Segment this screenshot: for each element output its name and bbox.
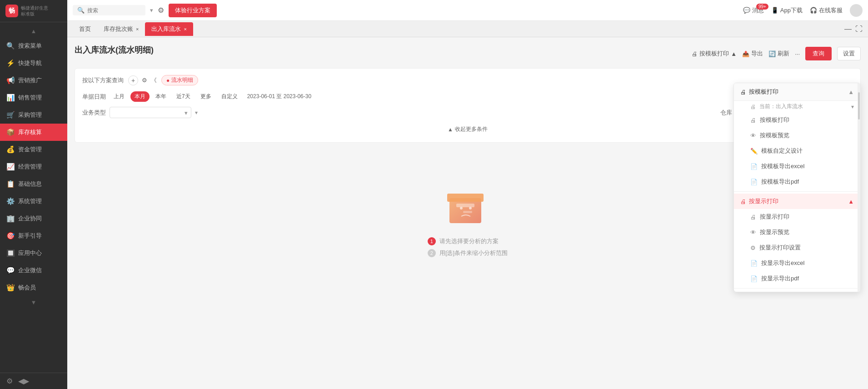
sidebar-item-enterprise[interactable]: 🏢 企业协同 (0, 210, 67, 227)
print-template-btn[interactable]: 🖨 按模板打印 ▲ (692, 50, 737, 58)
main-content: 🔍 ▾ ⚙ 体验行业方案 💬 消息 99+ 📱 App下载 🎧 在线客服 (67, 0, 868, 389)
dropdown-item-template-excel[interactable]: 📄 按模板导出excel (734, 159, 860, 174)
date-label: 单据日期 (82, 93, 106, 101)
collapse-label: 收起更多条件 (455, 125, 488, 133)
step-2-num: 2 (428, 249, 436, 257)
dropdown-section3-header[interactable]: ⚙ 设置默认功能 ▾ (734, 290, 860, 292)
topbar-search-icon: 🔍 (77, 7, 85, 14)
dropdown-item-template-design[interactable]: ✏️ 模板自定义设计 (734, 143, 860, 159)
tab-flow-detail[interactable]: 出入库流水 × (145, 22, 193, 36)
sidebar-item-quick-nav[interactable]: ⚡ 快捷导航 (0, 55, 67, 72)
date-btn-this-year[interactable]: 本年 (151, 91, 170, 102)
sidebar-item-finance[interactable]: 💰 资金管理 (0, 141, 67, 158)
sidebar-scroll-down[interactable]: ▼ (0, 296, 67, 309)
dropdown-print-icon: 🖨 (740, 89, 746, 95)
dropdown-section2-header[interactable]: 🖨 按显示打印 ▲ (734, 194, 860, 209)
refresh-btn[interactable]: 🔄 刷新 (768, 50, 789, 58)
query-btn[interactable]: 查询 (805, 47, 832, 60)
enterprise-icon: 🏢 (6, 214, 15, 223)
dropdown-item-display-settings[interactable]: ⚙ 按显示打印设置 (734, 240, 860, 255)
user-avatar[interactable] (850, 4, 863, 17)
sidebar-item-marketing[interactable]: 📢 营销推广 (0, 72, 67, 89)
industry-btn[interactable]: 体验行业方案 (169, 4, 217, 17)
svg-point-5 (469, 207, 472, 209)
online-service-btn[interactable]: 🎧 在线客服 (810, 6, 843, 15)
sidebar-item-search-menu[interactable]: 🔍 搜索菜单 (0, 37, 67, 55)
template-pdf-label: 按模板导出pdf (761, 178, 799, 186)
message-badge: 99+ (756, 4, 768, 10)
dropdown-chevron-icon[interactable]: ▲ (848, 89, 854, 95)
sidebar-item-basics[interactable]: 📋 基础信息 (0, 175, 67, 193)
date-btn-custom[interactable]: 自定义 (217, 91, 242, 102)
tab-home[interactable]: 首页 (73, 22, 97, 36)
sidebar-item-guide[interactable]: 🎯 新手引导 (0, 227, 67, 244)
phone-icon: 📱 (771, 7, 778, 14)
business-type-more-icon[interactable]: ▾ (195, 110, 198, 116)
topbar-gear-icon[interactable]: ⚙ (158, 6, 164, 15)
sidebar-item-vip-label: 畅会员 (18, 284, 36, 292)
sidebar-item-finance-label: 资金管理 (18, 145, 42, 154)
sidebar-item-sales[interactable]: 📊 销售管理 (0, 89, 67, 106)
tab-minimize-icon[interactable]: — (844, 25, 852, 33)
filter-add-btn[interactable]: + (128, 75, 138, 85)
template-design-label: 模板自定义设计 (761, 147, 803, 155)
app-download-btn[interactable]: 📱 App下载 (771, 6, 803, 15)
dropdown-scrollbar (858, 83, 860, 292)
sidebar-item-enterprise-label: 企业协同 (18, 214, 42, 223)
tab-flow-detail-close[interactable]: × (184, 26, 186, 32)
sidebar-item-apps[interactable]: 🔲 应用中心 (0, 244, 67, 262)
sidebar-item-sales-label: 销售管理 (18, 94, 42, 102)
sidebar-item-purchase[interactable]: 🛒 采购管理 (0, 106, 67, 124)
quick-nav-icon: ⚡ (6, 59, 15, 67)
filter-business-type-field: 业务类型 ▾ (82, 107, 198, 118)
sidebar-item-vip[interactable]: 👑 畅会员 (0, 279, 67, 296)
print-dropdown-panel: 🖨 按模板打印 ▲ 🖨 当前：出入库流水 ▾ 🖨 按模板打印 (733, 83, 861, 292)
sidebar-item-inventory[interactable]: 📦 库存核算 (0, 124, 67, 141)
date-btn-last-month[interactable]: 上月 (110, 91, 129, 102)
filter-collapse-icon[interactable]: 《 (151, 76, 157, 85)
dropdown-item-display-print[interactable]: 🖨 按显示打印 (734, 209, 860, 224)
current-chevron-icon[interactable]: ▾ (851, 104, 854, 110)
dropdown-item-template-preview[interactable]: 👁 按模板预览 (734, 128, 860, 143)
dropdown-item-template-pdf[interactable]: 📄 按模板导出pdf (734, 174, 860, 190)
page-title: 出入库流水(流水明细) (75, 45, 154, 55)
display-pdf-icon: 📄 (750, 275, 758, 282)
export-btn[interactable]: 📤 导出 (742, 50, 763, 58)
tab-maximize-icon[interactable]: ⛶ (855, 25, 863, 33)
sidebar-settings-icon[interactable]: ⚙ (6, 377, 13, 385)
dropdown-item-display-preview[interactable]: 👁 按显示预览 (734, 224, 860, 240)
filter-settings-icon[interactable]: ⚙ (142, 77, 147, 84)
sidebar-item-wechat[interactable]: 💬 企业微信 (0, 262, 67, 279)
template-design-icon: ✏️ (750, 148, 758, 155)
topbar-search-box[interactable]: 🔍 (73, 5, 145, 15)
sidebar-logo: 畅 畅捷通好生意 标准版 (0, 0, 67, 22)
display-settings-icon: ⚙ (750, 244, 756, 251)
sidebar-item-operations[interactable]: 📈 经营管理 (0, 158, 67, 175)
topbar-search-input[interactable] (87, 7, 133, 14)
dropdown-item-template-print[interactable]: 🖨 按模板打印 (734, 112, 860, 128)
dropdown-item-display-pdf[interactable]: 📄 按显示导出pdf (734, 271, 860, 286)
template-preview-icon: 👁 (750, 132, 756, 139)
dropdown-item-display-excel[interactable]: 📄 按显示导出excel (734, 255, 860, 271)
business-type-select[interactable] (110, 107, 191, 118)
business-type-label: 业务类型 (82, 109, 106, 117)
more-btn[interactable]: ··· (795, 50, 800, 57)
dropdown-divider-2 (734, 288, 860, 289)
warehouse-label: 仓库 (720, 109, 732, 117)
display-preview-label: 按显示预览 (760, 228, 789, 236)
tab-inventory-batch[interactable]: 库存批次账 × (97, 22, 145, 36)
dropdown-scroll: 🖨 当前：出入库流水 ▾ 🖨 按模板打印 👁 按模板预览 ✏️ 模板自定义设计 (734, 101, 860, 292)
tab-inventory-batch-close[interactable]: × (136, 26, 139, 32)
sidebar-scroll-up[interactable]: ▲ (0, 25, 67, 37)
date-btn-this-month[interactable]: 本月 (130, 91, 150, 102)
date-btn-7days[interactable]: 近7天 (172, 91, 195, 102)
sidebar-toggle-icon[interactable]: ◀▶ (18, 377, 29, 385)
topbar-dropdown-arrow[interactable]: ▾ (150, 7, 153, 14)
topbar: 🔍 ▾ ⚙ 体验行业方案 💬 消息 99+ 📱 App下载 🎧 在线客服 (67, 0, 868, 21)
filter-tag[interactable]: ● 流水明细 (161, 75, 198, 85)
settings-btn[interactable]: 设置 (837, 47, 861, 60)
message-btn[interactable]: 💬 消息 99+ (743, 6, 764, 15)
date-btn-more[interactable]: 更多 (196, 91, 215, 102)
sidebar-item-system[interactable]: ⚙️ 系统管理 (0, 193, 67, 210)
filter-title: 按以下方案查询 (82, 76, 124, 85)
